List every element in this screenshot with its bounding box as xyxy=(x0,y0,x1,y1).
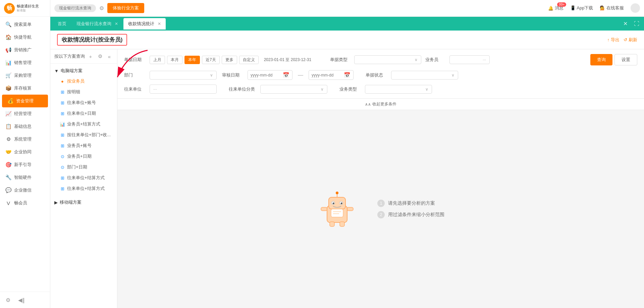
sidebar-item-finance[interactable]: 💰 资金管理 xyxy=(2,95,48,107)
tree-item-unit-date[interactable]: ⊞ 往来单位+日期 xyxy=(50,108,117,119)
date-range-display: 2023-01-01 至 2023-12-31 xyxy=(264,57,311,63)
sidebar-item-quick-nav[interactable]: 🏠 快捷导航 xyxy=(0,31,50,44)
export-button[interactable]: ↑ 导出 xyxy=(607,37,620,43)
sidebar-item-marketing[interactable]: 📢 营销推广 xyxy=(0,44,50,56)
purchase-icon: 🛒 xyxy=(5,72,11,79)
app-download-label: App下载 xyxy=(577,5,593,10)
customer-service-label: 在线客服 xyxy=(606,5,624,10)
sidebar-item-enterprise[interactable]: 🤝 企业协同 xyxy=(0,146,50,158)
sidebar-item-vip[interactable]: V 畅会员 xyxy=(0,197,50,209)
logo-name: 畅捷通好生意 xyxy=(17,4,39,8)
dept-label: 部门 xyxy=(124,72,144,78)
collapse-bar[interactable]: ∧∧ 收起更多条件 xyxy=(117,99,644,110)
review-date-start-input[interactable] xyxy=(251,73,281,78)
sidebar-item-purchase[interactable]: 🛒 采购管理 xyxy=(0,69,50,82)
tab-cashbank[interactable]: 现金银行流水查询 ✕ xyxy=(72,18,123,30)
unit-select[interactable]: ··· xyxy=(150,85,217,94)
sidebar: 畅 畅捷通好生意 标准版 🔍 搜索菜单 🏠 快捷导航 📢 营销推广 📊 销售管理… xyxy=(0,0,50,308)
doc-status-label: 单据状态 xyxy=(366,72,386,78)
sidebar-item-search-menu[interactable]: 🔍 搜索菜单 xyxy=(0,18,50,31)
pc-section-header[interactable]: ▼ 电脑端方案 xyxy=(50,66,117,76)
tree-item-by-salesperson[interactable]: ● 按业务员 xyxy=(50,76,117,87)
salesperson-select[interactable]: ··· xyxy=(449,55,490,64)
tree-item-unit-calc1[interactable]: ⊞ 往来单位+结算方式 xyxy=(50,172,117,183)
page-title-box: 收款情况统计(按业务员) xyxy=(57,34,127,46)
tab-cashbank-close[interactable]: ✕ xyxy=(115,22,118,26)
tree-item-unit-dept[interactable]: ⊞ 按往来单位+部门+收... xyxy=(50,130,117,140)
date-btn-this-month[interactable]: 本月 xyxy=(167,56,182,64)
vip-icon: V xyxy=(5,200,11,206)
empty-illustration xyxy=(317,189,357,229)
calendar-end-icon[interactable]: 📅 xyxy=(344,72,351,78)
by-detail-label: 按明细 xyxy=(67,89,80,95)
customer-service[interactable]: 💁 在线客服 xyxy=(600,5,624,11)
tab-receivable-close[interactable]: ✕ xyxy=(158,22,161,26)
app-download[interactable]: 📱 App下载 xyxy=(570,5,593,11)
add-scheme-button[interactable]: + xyxy=(87,53,94,60)
tree-item-salesperson-date[interactable]: ⊙ 业务员+日期 xyxy=(50,151,117,162)
tree-item-salesperson-calc[interactable]: 📊 业务员+结算方式 xyxy=(50,119,117,130)
dept-date-icon: ⊙ xyxy=(60,164,65,170)
query-button[interactable]: 查询 xyxy=(590,54,612,65)
scheme-settings-button[interactable]: ⚙ xyxy=(96,53,104,60)
sidebar-item-wechat[interactable]: 💬 企业微信 xyxy=(0,184,50,197)
doc-type-arrow-icon: ∨ xyxy=(415,57,418,62)
settings-button[interactable]: 设置 xyxy=(614,54,637,65)
date-btn-custom[interactable]: 自定义 xyxy=(239,56,259,64)
filter-row-3: 往来单位 ··· 往来单位分类 ∨ 业务类型 ∨ xyxy=(124,85,637,94)
trial-button[interactable]: 体验行业方案 xyxy=(107,3,144,13)
sidebar-collapse-icon[interactable]: ◀‖ xyxy=(16,295,27,305)
tree-item-by-detail[interactable]: ⊞ 按明细 xyxy=(50,87,117,97)
enterprise-icon: 🤝 xyxy=(5,149,11,155)
sidebar-item-guide[interactable]: 🎯 新手引导 xyxy=(0,158,50,171)
doc-type-label: 单据类型 xyxy=(330,57,350,63)
svg-point-7 xyxy=(336,192,338,194)
sidebar-item-label: 系统管理 xyxy=(14,136,32,142)
sidebar-item-inventory[interactable]: 📦 库存核算 xyxy=(0,82,50,95)
dept-select[interactable]: ∨ xyxy=(150,71,217,80)
tree-item-dept-date[interactable]: ⊙ 部门+日期 xyxy=(50,162,117,172)
wechat-icon: 💬 xyxy=(5,187,11,193)
sidebar-item-label: 库存核算 xyxy=(14,85,32,91)
date-filter-group: 上月 本月 本年 近7天 更多 自定义 xyxy=(150,56,259,64)
sidebar-item-basic-info[interactable]: 📋 基础信息 xyxy=(0,120,50,133)
calendar-start-icon[interactable]: 📅 xyxy=(283,72,289,78)
panel-collapse-button[interactable]: « xyxy=(106,53,113,60)
sidebar-item-sales[interactable]: 📊 销售管理 xyxy=(0,56,50,69)
tab-receivable[interactable]: 收款情况统计 ✕ xyxy=(123,18,166,30)
mobile-section-header[interactable]: ▶ 移动端方案 xyxy=(50,197,117,207)
biz-type-label: 业务类型 xyxy=(339,86,360,92)
refresh-button[interactable]: ↺ 刷新 xyxy=(624,37,637,43)
date-btn-prev-month[interactable]: 上月 xyxy=(150,56,165,64)
tree-item-salesperson-account[interactable]: ⊞ 业务员+账号 xyxy=(50,140,117,151)
biz-type-select[interactable]: ∨ xyxy=(365,85,432,94)
date-btn-7days[interactable]: 近7天 xyxy=(202,56,220,64)
unit-dept-icon: ⊞ xyxy=(60,132,65,138)
left-panel-header: 按以下方案查询 + ⚙ « xyxy=(50,49,117,64)
tab-expand-button[interactable]: ⛶ xyxy=(632,19,641,29)
bell-icon: 🔔 xyxy=(548,6,553,11)
date-btn-more[interactable]: 更多 xyxy=(222,56,237,64)
export-label: 导出 xyxy=(611,37,620,43)
unit-classify-select[interactable]: ∨ xyxy=(260,85,327,94)
sidebar-item-hardware[interactable]: 🔧 智能硬件 xyxy=(0,171,50,184)
unit-dept-label: 按往来单位+部门+收... xyxy=(67,132,111,138)
guide-icon: 🎯 xyxy=(5,162,11,168)
tip-num-2: 2 xyxy=(377,211,385,218)
user-avatar[interactable] xyxy=(631,3,640,13)
unit-calc1-icon: ⊞ xyxy=(60,175,65,181)
tree-item-unit-account[interactable]: ⊞ 往来单位+账号 xyxy=(50,97,117,108)
sidebar-item-operation[interactable]: 📈 经营管理 xyxy=(0,107,50,120)
review-date-end-input[interactable] xyxy=(312,73,342,78)
sidebar-settings-icon[interactable]: ⚙ xyxy=(3,295,13,305)
tab-close-all-button[interactable]: ✕ xyxy=(621,19,630,29)
date-btn-this-year[interactable]: 本年 xyxy=(184,56,200,64)
doc-status-select[interactable]: ∨ xyxy=(391,71,458,80)
notification-area[interactable]: 🔔 消息 99+ xyxy=(548,5,564,11)
sidebar-item-system[interactable]: ⚙ 系统管理 xyxy=(0,133,50,146)
header-gear-icon[interactable]: ⚙ xyxy=(99,5,104,11)
tree-item-unit-calc2[interactable]: ⊞ 往来单位+结算方式 xyxy=(50,183,117,194)
doc-type-select[interactable]: ∨ xyxy=(354,55,421,64)
svg-point-4 xyxy=(333,203,334,204)
tab-home[interactable]: 首页 xyxy=(53,18,71,30)
